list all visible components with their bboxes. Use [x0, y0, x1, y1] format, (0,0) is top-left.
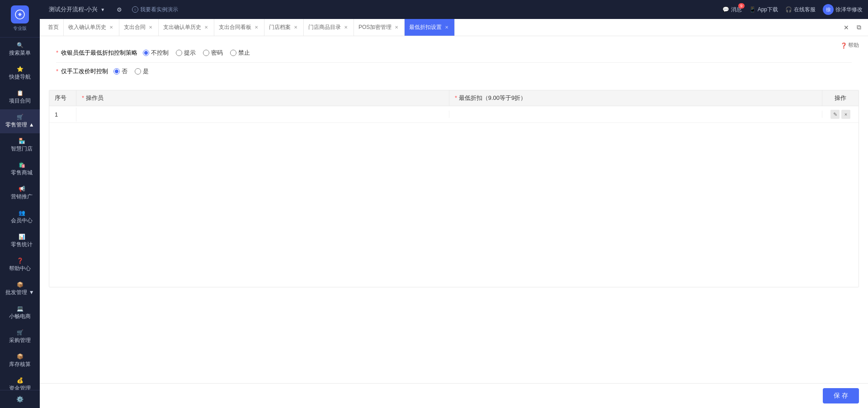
sidebar-item-retail-stats[interactable]: 📊 零售统计: [0, 229, 40, 253]
save-button[interactable]: 保 存: [823, 388, 859, 403]
radio-no-input[interactable]: [113, 68, 120, 75]
radio-tip[interactable]: 提示: [176, 49, 196, 57]
td-seq: 1: [49, 108, 76, 122]
smart-store-icon: 🏪: [19, 138, 25, 144]
help-label: 帮助: [848, 42, 859, 49]
user-profile[interactable]: 徐 徐泽华修改: [823, 4, 863, 15]
control-label: * 收银员低于最低折扣控制策略: [56, 49, 137, 57]
control-radio-group: 不控制 提示 密码 禁止: [143, 49, 250, 57]
expand-tabs-btn[interactable]: ⧉: [854, 22, 864, 33]
tab-pos-encrypt-close[interactable]: ✕: [393, 24, 400, 31]
sidebar-item-contract[interactable]: 📋 项目合同: [0, 85, 40, 109]
sidebar-item-purchase[interactable]: 🛒 采购管理: [0, 325, 40, 349]
tab-store-file-close[interactable]: ✕: [292, 24, 299, 31]
sidebar-label-smart-store: 智慧门店: [11, 145, 33, 153]
tab-expense-history-close[interactable]: ✕: [203, 24, 209, 31]
required-star: *: [56, 49, 58, 56]
online-service-btn[interactable]: 🎧 在线客服: [785, 6, 816, 14]
tab-income-history[interactable]: 收入确认单历史 ✕: [64, 19, 119, 36]
settings-gear-icon: ⚙: [117, 6, 122, 13]
demo-text: 我要看实例演示: [140, 6, 178, 14]
tab-expense-history-label: 支出确认单历史: [163, 23, 201, 31]
sidebar-label-retail-mall: 零售商城: [11, 169, 33, 177]
project-name: 测试分开流程-小兴: [49, 5, 98, 14]
sidebar-item-quicknav[interactable]: ⭐ 快捷导航: [0, 61, 40, 85]
sidebar-item-smart-store[interactable]: 🏪 智慧门店: [0, 133, 40, 157]
sidebar-item-search[interactable]: 🔍 搜索菜单: [0, 38, 40, 61]
content-area: ❓ 帮助 * 收银员低于最低折扣控制策略 不控制: [40, 36, 868, 408]
radio-password-input[interactable]: [203, 50, 209, 56]
tab-home-label: 首页: [48, 23, 59, 31]
sidebar-label-quicknav: 快捷导航: [9, 73, 31, 81]
sidebar-item-help[interactable]: ❓ 帮助中心: [0, 253, 40, 277]
ecommerce-icon: 💻: [17, 305, 24, 312]
tab-expense-history[interactable]: 支出确认单历史 ✕: [159, 19, 214, 36]
app-download-btn[interactable]: 📱 App下载: [749, 6, 778, 14]
message-badge: 9: [738, 3, 745, 9]
tab-store-product-close[interactable]: ✕: [343, 24, 349, 31]
app-download-icon: 📱: [749, 6, 756, 13]
sidebar-label-purchase: 采购管理: [9, 337, 31, 344]
delete-row-icon[interactable]: ×: [841, 110, 850, 119]
bottom-bar: 保 存: [40, 383, 868, 408]
sidebar-settings[interactable]: ⚙️: [0, 390, 40, 408]
radio-tip-input[interactable]: [176, 50, 182, 56]
divider: [56, 62, 852, 63]
tab-income-history-close[interactable]: ✕: [108, 24, 114, 31]
sidebar-item-wholesale[interactable]: 📦 批发管理 ▼: [0, 277, 40, 301]
project-dropdown-icon: ▼: [100, 7, 105, 12]
search-icon: 🔍: [17, 42, 24, 48]
sidebar-item-inventory[interactable]: 📦 库存核算: [0, 349, 40, 373]
sidebar-label-inventory: 库存核算: [9, 361, 31, 368]
sidebar-label-ecommerce: 小畅电商: [9, 313, 31, 320]
online-service-icon: 🎧: [785, 6, 792, 13]
marketing-icon: 📢: [19, 186, 25, 192]
member-icon: 👥: [19, 210, 25, 216]
project-selector[interactable]: 测试分开流程-小兴 ▼: [45, 4, 108, 15]
logo-label: 专业版: [13, 25, 27, 32]
tab-expense-board[interactable]: 支出合同看板 ✕: [214, 19, 264, 36]
sidebar-item-ecommerce[interactable]: 💻 小畅电商: [0, 301, 40, 325]
radio-yes[interactable]: 是: [135, 67, 149, 75]
sidebar-label-wholesale: 批发管理 ▼: [5, 289, 34, 296]
close-tab-btn[interactable]: ✕: [841, 22, 852, 33]
main-area: 测试分开流程-小兴 ▼ ⚙ ○ 我要看实例演示 💬 消息 9 📱 App下载 🎧…: [40, 0, 868, 408]
tab-pos-encrypt[interactable]: POS加密管理 ✕: [354, 19, 405, 36]
tab-expense-board-close[interactable]: ✕: [253, 24, 259, 31]
radio-no[interactable]: 否: [113, 67, 127, 75]
sidebar-item-marketing[interactable]: 📢 营销推广: [0, 181, 40, 205]
tab-store-product[interactable]: 门店商品目录 ✕: [304, 19, 354, 36]
help-link[interactable]: ❓ 帮助: [840, 42, 859, 49]
th-min-discount: * 最低折扣（9.00等于9折）: [449, 90, 822, 106]
message-btn[interactable]: 💬 消息 9: [722, 6, 742, 14]
sidebar-item-finance[interactable]: 💰 资金管理: [0, 373, 40, 390]
radio-forbid[interactable]: 禁止: [230, 49, 250, 57]
th-seq: 序号: [49, 90, 76, 106]
tab-min-discount[interactable]: 最低折扣设置 ✕: [405, 19, 455, 36]
sidebar-item-retail[interactable]: 🛒 零售管理 ▲: [0, 109, 40, 133]
retail-icon: 🛒: [17, 114, 24, 120]
sidebar-item-retail-mall[interactable]: 🛍️ 零售商城: [0, 157, 40, 181]
contract-icon: 📋: [17, 90, 24, 96]
td-min-discount: [449, 111, 822, 118]
radio-no-control[interactable]: 不控制: [143, 49, 169, 57]
radio-no-control-input[interactable]: [143, 50, 149, 56]
tab-min-discount-close[interactable]: ✕: [443, 24, 450, 31]
radio-yes-input[interactable]: [135, 68, 141, 75]
wholesale-icon: 📦: [17, 281, 24, 288]
purchase-icon: 🛒: [17, 329, 24, 336]
radio-forbid-input[interactable]: [230, 50, 236, 56]
edit-row-icon[interactable]: ✎: [830, 110, 840, 119]
tab-store-file[interactable]: 门店档案 ✕: [264, 19, 304, 36]
sidebar-item-member[interactable]: 👥 会员中心: [0, 205, 40, 229]
tab-home[interactable]: 首页: [43, 19, 64, 36]
tab-expense-contract[interactable]: 支出合同 ✕: [119, 19, 159, 36]
inventory-icon: 📦: [17, 353, 24, 360]
sidebar-label-search: 搜索菜单: [9, 49, 31, 57]
sidebar-menu: 🔍 搜索菜单 ⭐ 快捷导航 📋 项目合同 🛒 零售管理 ▲ 🏪 智慧门店 🛍️ …: [0, 38, 40, 390]
demo-link[interactable]: ○ 我要看实例演示: [132, 6, 178, 14]
tab-expense-contract-close[interactable]: ✕: [147, 24, 154, 31]
help-icon: ❓: [17, 258, 24, 264]
settings-btn[interactable]: ⚙: [114, 5, 125, 15]
radio-password[interactable]: 密码: [203, 49, 223, 57]
